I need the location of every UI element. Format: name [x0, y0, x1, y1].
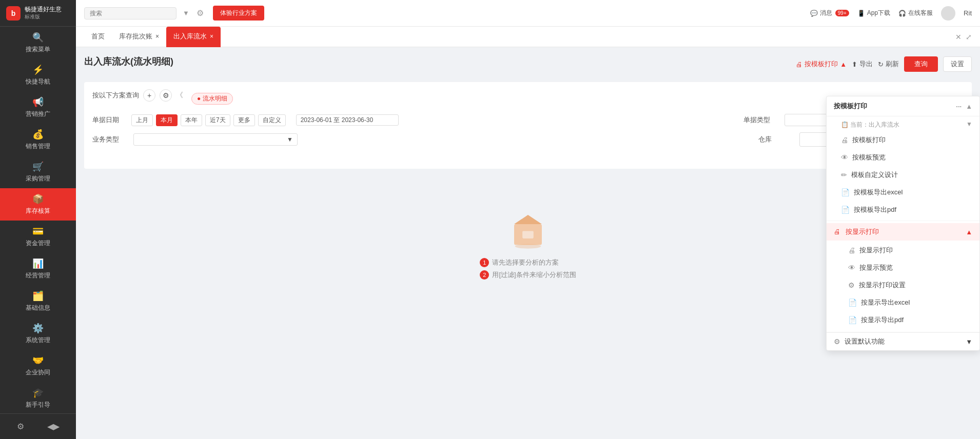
filter-scheme-label: 按以下方案查询 [92, 91, 139, 100]
sidebar-item-label: 营销推广 [26, 110, 50, 118]
sidebar-item-basic[interactable]: 🗂️基础信息 [0, 285, 76, 317]
dropdown-display-print[interactable]: 🖨 按显示打印 [834, 242, 979, 259]
date-btn-更多[interactable]: 更多 [233, 114, 255, 126]
message-badge: 99+ [835, 10, 849, 16]
dropdown-display-pdf[interactable]: 📄 按显示导出pdf [834, 311, 979, 329]
sidebar-item-search-menu[interactable]: 🔍搜索菜单 [0, 27, 76, 59]
sidebar-item-quick-nav[interactable]: ⚡快捷导航 [0, 59, 76, 91]
tab-close-batch-account[interactable]: × [155, 33, 159, 40]
current-dropdown-icon: ▼ [966, 121, 972, 128]
dropdown-display-items: 🖨 按显示打印 👁 按显示预览 ⚙ 按显示打印设置 📄 按显示导出excel [827, 241, 979, 330]
tab-close-inout-flow[interactable]: × [210, 33, 213, 40]
date-range-input[interactable] [296, 114, 399, 126]
sidebar-item-purchase[interactable]: 🛒采购管理 [0, 156, 76, 188]
search-dropdown-icon[interactable]: ▼ [183, 9, 189, 17]
app-download-btn[interactable]: 📱 App下载 [857, 9, 890, 17]
refresh-button[interactable]: ↻ 刷新 [878, 59, 899, 69]
sidebar-item-label: 系统管理 [26, 336, 50, 345]
query-button[interactable]: 查询 [904, 56, 938, 72]
template-excel-icon: 📄 [841, 188, 850, 196]
system-icon: ⚙️ [32, 323, 44, 334]
sidebar-item-operation[interactable]: 📊经营管理 [0, 253, 76, 285]
trial-button[interactable]: 体验行业方案 [213, 6, 264, 21]
dropdown-template-excel[interactable]: 📄 按模板导出excel [827, 184, 979, 201]
dropdown-template-print[interactable]: 🖨 按模板打印 [827, 131, 979, 149]
filter-collapse-btn[interactable]: 《 [176, 91, 183, 100]
current-icon: 📋 [841, 121, 849, 128]
topbar-right: 💬 消息 99+ 📱 App下载 🎧 在线客服 Rit [810, 6, 972, 21]
maximize-window-icon[interactable]: ⤢ [966, 33, 972, 41]
sidebar-item-finance[interactable]: 💳资金管理 [0, 221, 76, 253]
dropdown-collapse-icon[interactable]: ▲ [966, 103, 972, 110]
export-icon: ⬆ [852, 61, 857, 68]
template-print-icon: 🖨 [841, 136, 848, 144]
filter-tag: ● 流水明细 [191, 93, 233, 105]
display-preview-icon: 👁 [848, 264, 855, 272]
sidebar-item-label: 新手引导 [26, 401, 50, 409]
operation-icon: 📊 [32, 258, 44, 269]
dropdown-footer[interactable]: ⚙ 设置默认功能 ▼ [827, 332, 979, 350]
sidebar-item-label: 资金管理 [26, 239, 50, 248]
headset-icon: 🎧 [898, 10, 906, 17]
sidebar-item-system[interactable]: ⚙️系统管理 [0, 317, 76, 350]
date-btn-本月[interactable]: 本月 [156, 114, 178, 126]
topbar-gear-icon[interactable]: ⚙ [197, 8, 204, 18]
date-btn-上月[interactable]: 上月 [131, 114, 153, 126]
filter-tag-icon: ● [197, 95, 201, 102]
dropdown-display-preview[interactable]: 👁 按显示预览 [834, 259, 979, 276]
tab-batch-account[interactable]: 库存批次账 × [112, 27, 166, 47]
sidebar: b 畅捷通好生意 标准版 🔍搜索菜单⚡快捷导航📢营销推广💰销售管理🛒采购管理📦库… [0, 0, 76, 439]
close-window-icon[interactable]: ✕ [955, 33, 962, 41]
footer-settings-icon: ⚙ [834, 337, 840, 346]
sales-icon: 💰 [32, 129, 44, 140]
dropdown-section-template: 📋 当前：出入库流水 ▼ 🖨 按模板打印 👁 按模板预览 ✏ 模板自定义设计 [827, 116, 979, 221]
dropdown-template-preview[interactable]: 👁 按模板预览 [827, 149, 979, 166]
search-input[interactable] [84, 7, 177, 19]
customer-service-btn[interactable]: 🎧 在线客服 [898, 9, 933, 17]
display-section-icon: 🖨 [834, 228, 840, 235]
tab-home[interactable]: 首页 [84, 27, 112, 47]
empty-tips: 1 请先选择要分析的方案 2 用[过滤]条件来缩小分析范围 [480, 258, 576, 283]
date-btn-近7天[interactable]: 近7天 [205, 114, 230, 126]
dropdown-display-settings[interactable]: ⚙ 按显示打印设置 [834, 276, 979, 294]
tabbar-right-controls: ✕ ⤢ [955, 33, 972, 41]
svg-point-3 [515, 244, 541, 249]
display-excel-icon: 📄 [848, 298, 857, 307]
print-dropdown-arrow[interactable]: ▲ [840, 61, 847, 68]
dropdown-template-pdf[interactable]: 📄 按模板导出pdf [827, 201, 979, 218]
dropdown-header-icons: ··· ▲ [956, 103, 972, 110]
corp-icon: 🤝 [32, 355, 44, 366]
export-button[interactable]: ⬆ 导出 [852, 59, 873, 69]
tab-inout-flow[interactable]: 出入库流水 × [166, 27, 221, 47]
filter-settings-btn[interactable]: ⚙ [160, 89, 172, 102]
tip-num-2: 2 [480, 270, 489, 280]
settings-button[interactable]: 设置 [943, 56, 972, 72]
date-btn-自定义[interactable]: 自定义 [258, 114, 286, 126]
collapse-sidebar-icon[interactable]: ◀▶ [47, 422, 60, 431]
message-icon: 💬 [810, 10, 818, 17]
message-btn[interactable]: 💬 消息 99+ [810, 9, 849, 17]
user-name: Rit [964, 9, 972, 17]
dropdown-ellipsis-icon[interactable]: ··· [956, 103, 962, 110]
template-customize-icon: ✏ [841, 171, 847, 179]
settings-icon[interactable]: ⚙ [17, 422, 24, 431]
sidebar-item-marketing[interactable]: 📢营销推广 [0, 91, 76, 124]
biz-type-select[interactable]: ▼ [133, 133, 298, 146]
inventory-icon: 📦 [32, 193, 44, 205]
sidebar-item-label: 企业协同 [26, 368, 50, 377]
date-label: 单据日期 [92, 115, 123, 125]
dropdown-display-excel[interactable]: 📄 按显示导出excel [834, 294, 979, 311]
basic-icon: 🗂️ [32, 290, 44, 302]
avatar[interactable] [941, 6, 955, 21]
sidebar-item-inventory[interactable]: 📦库存核算 [0, 188, 76, 221]
dropdown-display-section-header[interactable]: 🖨 按显示打印 ▲ [827, 223, 979, 241]
sidebar-item-corp[interactable]: 🤝企业协同 [0, 350, 76, 382]
sidebar-item-guide[interactable]: 🎓新手引导 [0, 382, 76, 413]
dropdown-template-customize[interactable]: ✏ 模板自定义设计 [827, 166, 979, 184]
print-button[interactable]: 🖨 按模板打印 ▲ [796, 59, 847, 69]
sidebar-item-sales[interactable]: 💰销售管理 [0, 124, 76, 156]
add-filter-btn[interactable]: + [143, 89, 155, 102]
date-buttons: 上月本月本年近7天更多自定义 [131, 114, 286, 126]
sidebar-item-label: 库存核算 [26, 207, 50, 215]
date-btn-本年[interactable]: 本年 [181, 114, 202, 126]
